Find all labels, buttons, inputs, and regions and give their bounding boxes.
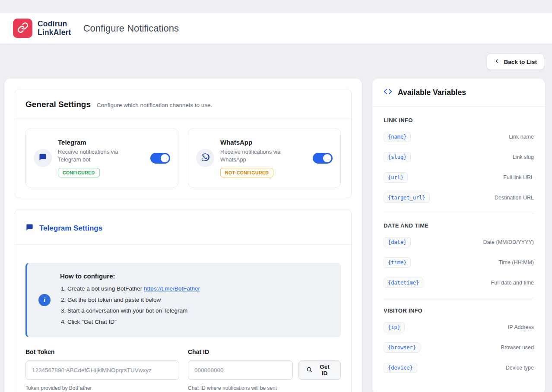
toggle-knob	[323, 154, 331, 162]
bot-token-input[interactable]	[25, 360, 179, 380]
page-title: Configure Notifications	[83, 23, 179, 34]
section-heading-visitor-info: VISITOR INFO	[384, 307, 534, 314]
variable-description: Browser used	[501, 345, 534, 351]
status-badge: CONFIGURED	[58, 168, 100, 177]
variable-description: Destination URL	[495, 195, 534, 201]
page-top-gap	[0, 0, 552, 13]
search-icon	[306, 367, 312, 374]
variable-chip[interactable]: {date}	[384, 237, 411, 247]
chevron-left-icon	[494, 58, 500, 65]
section-heading-date-time: DATE AND TIME	[384, 222, 534, 229]
telegram-toggle[interactable]	[150, 153, 170, 164]
variable-description: Full link URL	[503, 174, 534, 180]
howto-callout: i How to configure: Create a bot using B…	[25, 263, 341, 337]
get-id-label: Get ID	[316, 364, 333, 376]
howto-step: Get the bot token and paste it below	[67, 294, 200, 306]
divider	[384, 213, 534, 213]
variable-chip[interactable]: {datetime}	[384, 278, 423, 288]
variable-row: {datetime} Full date and time	[384, 278, 534, 288]
settings-panel: General Settings Configure which notific…	[4, 79, 362, 392]
telegram-form: Bot Token Token provided by BotFather Ch…	[15, 337, 351, 392]
toolbar: Back to List	[0, 54, 544, 70]
variable-chip[interactable]: {name}	[384, 132, 411, 142]
channel-name: WhatsApp	[220, 139, 307, 146]
variable-chip[interactable]: {time}	[384, 257, 411, 268]
variable-row: {ip} IP Address	[384, 322, 534, 332]
howto-step: Start a conversation with your bot on Te…	[67, 305, 200, 316]
variables-header: Available Variables	[372, 79, 545, 107]
whatsapp-channel-icon-wrap	[196, 149, 214, 167]
howto-content: How to configure: Create a bot using Bot…	[60, 272, 200, 328]
howto-title: How to configure:	[60, 272, 200, 280]
variables-body: LINK INFO {name} Link name {slug} Link s…	[372, 107, 545, 392]
variable-row: {name} Link name	[384, 132, 534, 142]
chat-id-input[interactable]	[188, 360, 293, 380]
telegram-settings-title: Telegram Settings	[39, 224, 102, 233]
channel-description: Receive notifications via Telegram bot	[58, 148, 127, 163]
channel-name: Telegram	[58, 139, 144, 146]
chat-bubble-icon	[38, 153, 47, 163]
howto-steps: Create a bot using BotFather https://t.m…	[67, 283, 200, 328]
general-settings-header: General Settings Configure which notific…	[15, 89, 351, 118]
chat-id-label: Chat ID	[188, 348, 341, 355]
main-content: General Settings Configure which notific…	[0, 79, 552, 392]
telegram-settings-header: Telegram Settings	[15, 209, 351, 245]
variable-row: {slug} Link slug	[384, 152, 534, 162]
variable-chip[interactable]: {browser}	[384, 342, 420, 353]
whatsapp-channel-card: WhatsApp Receive notifications via Whats…	[188, 129, 341, 187]
variable-row: {target_url} Destination URL	[384, 193, 534, 203]
variable-description: Full date and time	[491, 280, 534, 286]
telegram-channel-card: Telegram Receive notifications via Teleg…	[25, 129, 178, 187]
variable-description: Date (MM/DD/YYYY)	[483, 239, 534, 245]
link-icon	[17, 22, 29, 35]
get-id-button[interactable]: Get ID	[298, 360, 341, 380]
variable-row: {time} Time (HH:MM)	[384, 257, 534, 268]
chat-bubble-icon	[25, 223, 34, 233]
chat-id-helper: Chat ID where notifications will be sent	[188, 385, 341, 391]
toggle-knob	[161, 154, 169, 162]
code-icon	[384, 87, 392, 98]
section-heading-link-info: LINK INFO	[384, 117, 534, 123]
whatsapp-icon	[201, 153, 209, 163]
telegram-channel-icon-wrap	[34, 149, 52, 167]
channel-description: Receive notifications via WhatsApp	[220, 148, 289, 163]
divider	[384, 298, 534, 298]
botfather-link[interactable]: https://t.me/BotFather	[144, 285, 200, 292]
back-to-list-button[interactable]: Back to List	[487, 54, 544, 70]
variable-chip[interactable]: {url}	[384, 172, 408, 183]
whatsapp-toggle[interactable]	[313, 153, 333, 164]
app-header: Codirun LinkAlert Configure Notification…	[0, 13, 552, 44]
whatsapp-channel-info: WhatsApp Receive notifications via Whats…	[220, 139, 307, 177]
variable-description: IP Address	[508, 324, 534, 330]
chat-id-field: Chat ID Get ID Chat ID where not	[188, 348, 341, 391]
general-settings-title: General Settings	[25, 100, 91, 109]
chat-id-row: Get ID	[188, 360, 341, 380]
variable-description: Link slug	[513, 154, 534, 160]
variable-description: Link name	[509, 134, 534, 140]
bot-token-field: Bot Token Token provided by BotFather	[25, 348, 179, 391]
info-icon: i	[38, 294, 51, 306]
status-badge: NOT CONFIGURED	[220, 168, 273, 177]
brand-line2: LinkAlert	[38, 28, 71, 37]
brand-line1: Codirun	[38, 20, 71, 28]
general-settings-card: General Settings Configure which notific…	[15, 89, 352, 198]
bot-token-helper: Token provided by BotFather	[25, 385, 179, 391]
variable-row: {date} Date (MM/DD/YYYY)	[384, 237, 534, 247]
variable-chip[interactable]: {ip}	[384, 322, 405, 332]
variable-description: Device type	[506, 365, 534, 371]
bot-token-label: Bot Token	[25, 348, 179, 355]
variable-chip[interactable]: {device}	[384, 363, 417, 373]
available-variables-card: Available Variables LINK INFO {name} Lin…	[372, 79, 545, 392]
variable-chip[interactable]: {target_url}	[384, 193, 430, 203]
variable-row: {url} Full link URL	[384, 172, 534, 183]
variables-title: Available Variables	[398, 88, 466, 97]
telegram-settings-card: Telegram Settings i How to configure: Cr…	[15, 209, 352, 392]
app-logo	[13, 19, 32, 38]
telegram-channel-info: Telegram Receive notifications via Teleg…	[58, 139, 144, 177]
howto-step: Create a bot using BotFather https://t.m…	[67, 283, 200, 294]
variable-chip[interactable]: {slug}	[384, 152, 411, 162]
channel-grid: Telegram Receive notifications via Teleg…	[15, 118, 351, 198]
variable-description: Time (HH:MM)	[499, 259, 534, 266]
variable-row: {device} Device type	[384, 363, 534, 373]
back-to-list-label: Back to List	[504, 59, 537, 65]
